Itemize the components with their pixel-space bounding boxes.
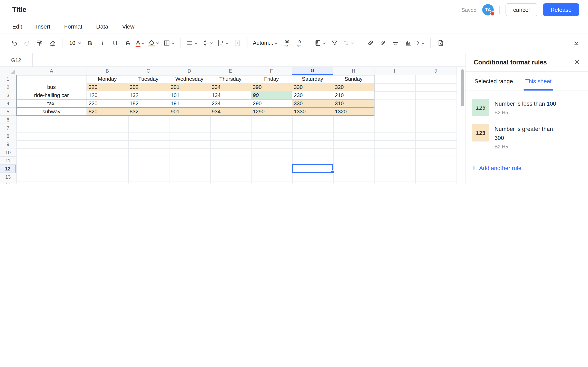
cell-G2[interactable]: 330 — [292, 83, 333, 91]
cancel-button[interactable]: cancel — [506, 3, 537, 16]
cell-E2[interactable]: 334 — [210, 83, 251, 91]
attachment-button[interactable] — [366, 38, 375, 48]
cell-G4[interactable]: 330 — [292, 100, 333, 108]
column-header-J[interactable]: J — [415, 67, 456, 75]
chart-button[interactable] — [404, 38, 413, 48]
cell-F4[interactable]: 290 — [251, 100, 292, 108]
row-header-2[interactable]: 2 — [0, 83, 16, 91]
redo-button[interactable] — [22, 38, 31, 48]
cell-D3[interactable]: 101 — [169, 91, 210, 100]
cell-H5[interactable]: 1320 — [333, 108, 374, 116]
selected-cell-G12[interactable] — [292, 164, 333, 173]
cell-H2[interactable]: 320 — [333, 83, 374, 91]
cell-A2[interactable]: bus — [16, 83, 87, 91]
column-header-D[interactable]: D — [169, 67, 210, 75]
cell-B2[interactable]: 320 — [87, 83, 128, 91]
cell-D2[interactable]: 301 — [169, 83, 210, 91]
cell-D1[interactable]: Wednesday — [169, 75, 210, 83]
borders-button[interactable] — [163, 38, 175, 48]
menu-view[interactable]: View — [122, 23, 134, 30]
collapse-toolbar-button[interactable] — [572, 38, 581, 48]
cell-F3[interactable]: 90 — [251, 91, 292, 100]
column-header-F[interactable]: F — [251, 67, 292, 75]
cell-D5[interactable]: 901 — [169, 108, 210, 116]
text-color-button[interactable]: A — [136, 38, 145, 48]
cell-C2[interactable]: 302 — [128, 83, 169, 91]
row-header-8[interactable]: 8 — [0, 132, 16, 140]
format-rule-1[interactable]: 123Number is less than 100B2:H5 — [466, 91, 588, 116]
panel-tab-this-sheet[interactable]: This sheet — [525, 72, 552, 91]
underline-button[interactable]: U — [111, 38, 120, 48]
formula-button[interactable]: Σ — [416, 38, 425, 48]
cell-B1[interactable]: Monday — [87, 75, 128, 83]
cell-C5[interactable]: 832 — [128, 108, 169, 116]
cell-E3[interactable]: 134 — [210, 91, 251, 100]
column-header-G[interactable]: G — [292, 67, 333, 75]
merge-cells-button[interactable] — [233, 38, 242, 48]
filter-button[interactable] — [330, 38, 339, 48]
vertical-scrollbar[interactable] — [461, 69, 464, 106]
menu-edit[interactable]: Edit — [12, 23, 22, 30]
increase-decimal-button[interactable]: .00 — [282, 38, 291, 48]
row-header-14[interactable]: 14 — [0, 181, 16, 184]
number-format-control[interactable]: Autom... — [253, 38, 278, 48]
italic-button[interactable]: I — [98, 38, 107, 48]
row-header-4[interactable]: 4 — [0, 100, 16, 108]
cell-F5[interactable]: 1290 — [251, 108, 292, 116]
decrease-decimal-button[interactable]: .0 — [295, 38, 303, 48]
panel-tab-selected-range[interactable]: Selected range — [475, 72, 513, 91]
horizontal-align-button[interactable] — [186, 38, 198, 48]
cell-A3[interactable]: ride-hailing car — [16, 91, 87, 100]
row-header-10[interactable]: 10 — [0, 149, 16, 157]
menu-format[interactable]: Format — [64, 23, 82, 30]
cell-F2[interactable]: 390 — [251, 83, 292, 91]
row-header-5[interactable]: 5 — [0, 108, 16, 116]
fill-color-button[interactable] — [149, 38, 160, 48]
row-header-11[interactable]: 11 — [0, 157, 16, 165]
dropdown-list-button[interactable] — [391, 38, 400, 48]
cell-G3[interactable]: 230 — [292, 91, 333, 100]
cell-A5[interactable]: subway — [16, 108, 87, 116]
sort-button[interactable] — [343, 38, 355, 48]
release-button[interactable]: Release — [543, 3, 579, 16]
cell-C3[interactable]: 132 — [128, 91, 169, 100]
fill-handle[interactable] — [331, 170, 334, 174]
column-header-H[interactable]: H — [333, 67, 374, 75]
undo-button[interactable] — [10, 38, 19, 48]
text-wrap-button[interactable] — [217, 38, 229, 48]
cell-F1[interactable]: Friday — [251, 75, 292, 83]
column-header-B[interactable]: B — [87, 67, 128, 75]
row-header-1[interactable]: 1 — [0, 75, 16, 83]
close-icon[interactable]: ✕ — [574, 59, 580, 66]
cell-H4[interactable]: 310 — [333, 100, 374, 108]
cell-D4[interactable]: 191 — [169, 100, 210, 108]
link-button[interactable] — [378, 38, 387, 48]
row-header-9[interactable]: 9 — [0, 140, 16, 149]
strikethrough-button[interactable]: S — [123, 38, 132, 48]
cell-G5[interactable]: 1330 — [292, 108, 333, 116]
menu-insert[interactable]: Insert — [36, 23, 50, 30]
avatar[interactable]: TA — [482, 4, 494, 16]
cell-E1[interactable]: Thursday — [210, 75, 251, 83]
cell-C1[interactable]: Tuesday — [128, 75, 169, 83]
cell-C4[interactable]: 182 — [128, 100, 169, 108]
select-all-corner[interactable] — [0, 67, 16, 75]
clear-format-button[interactable] — [48, 38, 57, 48]
cell-H3[interactable]: 210 — [333, 91, 374, 100]
add-another-rule-button[interactable]: +Add another rule — [466, 158, 588, 171]
document-title[interactable]: Title — [12, 6, 26, 14]
conditional-format-button[interactable] — [315, 38, 327, 48]
menu-data[interactable]: Data — [96, 23, 108, 30]
cell-A4[interactable]: taxi — [16, 100, 87, 108]
column-header-C[interactable]: C — [128, 67, 169, 75]
paint-format-button[interactable] — [35, 38, 44, 48]
row-header-13[interactable]: 13 — [0, 173, 16, 181]
font-size-control[interactable]: 10 — [68, 38, 82, 48]
format-rule-2[interactable]: 123Number is greater than 300B2:H5 — [466, 116, 588, 150]
formula-input[interactable] — [33, 53, 465, 67]
column-header-I[interactable]: I — [374, 67, 415, 75]
column-header-E[interactable]: E — [210, 67, 251, 75]
row-header-7[interactable]: 7 — [0, 124, 16, 132]
bold-button[interactable]: B — [85, 38, 94, 48]
cell-B5[interactable]: 820 — [87, 108, 128, 116]
